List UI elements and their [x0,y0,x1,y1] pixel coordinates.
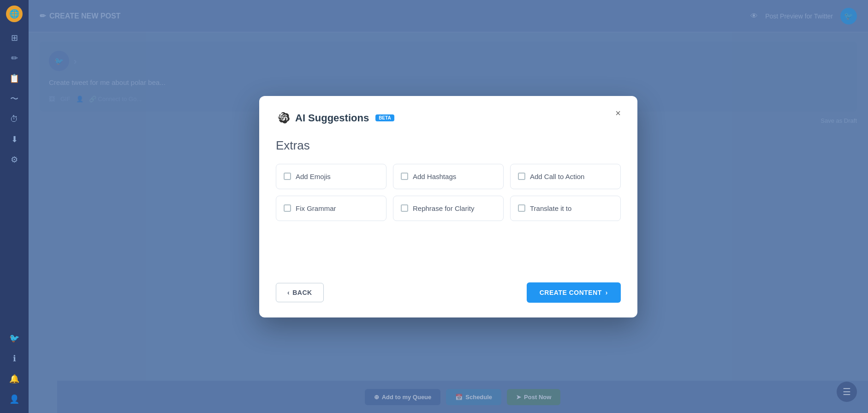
rephrase-for-clarity-label: Rephrase for Clarity [413,204,474,212]
ai-icon [276,111,291,126]
back-button[interactable]: BACK [276,283,324,302]
main-content: ✏ CREATE NEW POST 👁 Post Preview for Twi… [29,0,868,413]
extras-options-grid: Add Emojis Add Hashtags Add Call to Acti… [276,164,621,221]
modal-footer: BACK CREATE CONTENT [276,275,621,303]
sidebar-item-dashboard[interactable]: ⊞ [6,30,23,46]
modal-title: AI Suggestions [295,112,369,124]
add-call-to-action-label: Add Call to Action [530,173,584,180]
modal-overlay: AI Suggestions BETA × Extras Add Emojis … [29,0,868,413]
add-emojis-checkbox[interactable] [284,173,291,180]
modal-close-button[interactable]: × [612,107,624,120]
ai-suggestions-modal: AI Suggestions BETA × Extras Add Emojis … [259,96,637,317]
sidebar-item-compose[interactable]: ✏ [6,50,23,66]
fix-grammar-label: Fix Grammar [296,204,336,212]
option-rephrase-for-clarity[interactable]: Rephrase for Clarity [393,196,504,221]
sidebar-item-notifications[interactable]: 🔔 [6,371,23,387]
modal-header: AI Suggestions BETA [276,111,621,126]
chevron-right-icon [606,289,608,296]
option-add-hashtags[interactable]: Add Hashtags [393,164,504,189]
sidebar-item-posts[interactable]: 📋 [6,70,23,87]
sidebar-item-feed[interactable]: 〜 [6,90,23,107]
sidebar-item-info[interactable]: ℹ [6,350,23,367]
sidebar-item-user[interactable]: 👤 [6,391,23,407]
sidebar-logo[interactable]: 🌐 [6,6,23,22]
option-fix-grammar[interactable]: Fix Grammar [276,196,386,221]
option-translate-it-to[interactable]: Translate it to [510,196,621,221]
add-hashtags-label: Add Hashtags [413,173,456,180]
add-hashtags-checkbox[interactable] [401,173,408,180]
sidebar-item-download[interactable]: ⬇ [6,131,23,148]
sidebar-item-schedule[interactable]: ⏱ [6,111,23,127]
sidebar-item-settings[interactable]: ⚙ [6,151,23,168]
fix-grammar-checkbox[interactable] [284,204,291,212]
translate-it-to-checkbox[interactable] [518,204,525,212]
create-content-button[interactable]: CREATE CONTENT [527,282,621,303]
option-add-emojis[interactable]: Add Emojis [276,164,386,189]
extras-section-title: Extras [276,138,621,153]
add-call-to-action-checkbox[interactable] [518,173,525,180]
translate-it-to-label: Translate it to [530,204,571,212]
chevron-left-icon [287,289,290,296]
beta-badge: BETA [375,114,394,121]
option-add-call-to-action[interactable]: Add Call to Action [510,164,621,189]
add-emojis-label: Add Emojis [296,173,331,180]
sidebar-item-twitter[interactable]: 🐦 [6,330,23,347]
rephrase-for-clarity-checkbox[interactable] [401,204,408,212]
sidebar: 🌐 ⊞ ✏ 📋 〜 ⏱ ⬇ ⚙ 🐦 ℹ 🔔 👤 [0,0,29,413]
background-page: 🌐 ⊞ ✏ 📋 〜 ⏱ ⬇ ⚙ 🐦 ℹ 🔔 👤 ✏ CREATE NEW POS… [0,0,868,413]
